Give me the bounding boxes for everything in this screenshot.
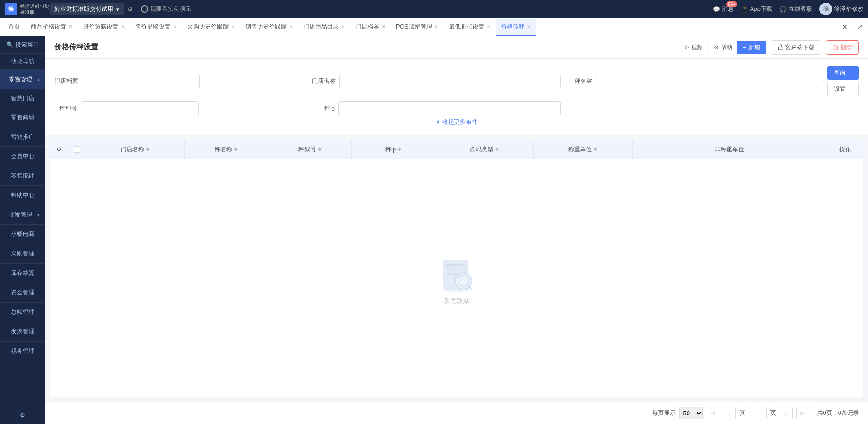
sidebar-item-retail-mall[interactable]: 零售商城 xyxy=(0,108,45,127)
scale-ip-input[interactable] xyxy=(338,101,561,116)
topbar-right: 💬 消息 99+ 📱 App下载 🎧 在线客服 徐 徐泽华修改 xyxy=(713,3,863,15)
user-menu-btn[interactable]: 徐 徐泽华修改 xyxy=(819,3,863,15)
product-select[interactable]: 好业财标准版交付试用 ▾ xyxy=(50,3,124,15)
scale-name-input[interactable] xyxy=(596,74,818,88)
tab-sale-history[interactable]: 销售历史价跟踪 × xyxy=(240,19,298,36)
sort-icon-weight-unit xyxy=(594,147,597,151)
filter-scale-model: 秤型号 xyxy=(54,101,303,116)
filter-row-2: 秤型号 秤ip xyxy=(54,101,859,116)
next-page-btn[interactable]: › xyxy=(780,407,793,419)
sort-icon-store xyxy=(146,147,150,151)
tab-purchase-strategy[interactable]: 进价策略设置 × xyxy=(78,19,130,36)
last-page-btn[interactable]: ⊳ xyxy=(796,407,809,419)
page-word: 算 xyxy=(739,409,745,417)
tab-price-setting[interactable]: 商品价格设置 × xyxy=(25,19,78,36)
video-link[interactable]: ⊙ 视频 xyxy=(684,43,703,52)
tab-purchase-history[interactable]: 采购历史价跟踪 × xyxy=(182,19,240,36)
settings-filter-button[interactable]: 设置 xyxy=(827,82,859,96)
topbar-settings-icon[interactable]: ⚙ xyxy=(127,6,133,13)
tab-close-store-catalog[interactable]: × xyxy=(341,24,345,30)
sidebar-item-smart-store[interactable]: 智慧门店 xyxy=(0,89,45,108)
logo-icon: 畅 xyxy=(5,3,17,15)
col-settings[interactable]: ⚙ xyxy=(50,140,68,159)
delete-button[interactable]: 自 删除 xyxy=(826,40,859,55)
tab-store-catalog[interactable]: 门店商品目录 × xyxy=(298,19,350,36)
help-link[interactable]: ⊙ 帮助 xyxy=(714,43,732,52)
sidebar-item-fund-manage[interactable]: 资金管理 xyxy=(0,283,45,302)
content-area: 价格传秤设置 ⊙ 视频 | ⊙ 帮助 + 新增 凸 客户端下载 自 xyxy=(45,36,868,424)
avatar: 徐 xyxy=(819,3,832,15)
sidebar-item-invoice-manage[interactable]: 发票管理 xyxy=(0,322,45,341)
sort-icon-barcode-type xyxy=(495,147,499,151)
sidebar-section-member: 会员中心 xyxy=(0,147,45,166)
tab-close-price-transfer[interactable]: × xyxy=(527,24,531,30)
prev-page-btn[interactable]: ‹ xyxy=(723,407,736,419)
tab-close-sale-price[interactable]: × xyxy=(173,24,176,30)
tab-store-file[interactable]: 门店档案 × xyxy=(350,19,390,36)
tab-min-discount[interactable]: 最低折扣设置 × xyxy=(444,19,496,36)
collapse-btn[interactable]: ∧ 收起更多条件 xyxy=(54,116,859,128)
online-service-btn[interactable]: 🎧 在线客服 xyxy=(780,5,812,13)
col-checkbox[interactable] xyxy=(68,140,86,159)
sidebar: 🔍 搜索菜单 快捷导航 零售管理 ▲ 智慧门店 零售商城 营销推广 xyxy=(0,36,45,424)
per-page-select[interactable]: 50 20 100 200 xyxy=(679,407,703,419)
tab-home[interactable]: 首页 xyxy=(3,19,25,36)
messages-btn[interactable]: 💬 消息 99+ xyxy=(713,5,734,13)
sidebar-section-tax: 税务管理 xyxy=(0,342,45,361)
store-file-dots[interactable]: ... xyxy=(203,78,215,85)
store-name-input[interactable] xyxy=(339,74,561,88)
sidebar-search[interactable]: 🔍 搜索菜单 xyxy=(0,36,45,54)
sidebar-item-retail-manage[interactable]: 零售管理 ▲ xyxy=(0,70,45,89)
sidebar-quick-nav[interactable]: 快捷导航 xyxy=(0,54,45,70)
message-icon: 💬 xyxy=(713,6,720,13)
filter-row-1: 门店档案 ... 门店名称 秤名称 查询 设置 xyxy=(54,66,859,96)
sidebar-section-inventory: 库存核算 xyxy=(0,264,45,283)
tab-expand-btn[interactable]: ⤢ xyxy=(854,22,865,32)
tab-close-purchase-strategy[interactable]: × xyxy=(121,24,124,30)
tab-close-store-file[interactable]: × xyxy=(382,24,385,30)
tab-close-pos-manage[interactable]: × xyxy=(435,24,438,30)
col-scale-name[interactable]: 秤名称 xyxy=(185,140,268,159)
demo-icon: ○ xyxy=(141,5,148,13)
app-download-btn[interactable]: 📱 App下载 xyxy=(741,5,772,13)
tab-price-transfer[interactable]: 价格传秤 × xyxy=(496,19,536,36)
col-barcode-type[interactable]: 条码类型 xyxy=(435,140,534,159)
tab-sale-price[interactable]: 售价提取设置 × xyxy=(130,19,182,36)
sidebar-item-help-center[interactable]: 帮助中心 xyxy=(0,186,45,205)
tab-close-all-btn[interactable]: ✕ xyxy=(839,22,850,32)
tab-close-purchase-history[interactable]: × xyxy=(231,24,234,30)
col-scale-ip[interactable]: 秤ip xyxy=(352,140,435,159)
empty-icon xyxy=(434,251,479,297)
tab-close-min-discount[interactable]: × xyxy=(487,24,490,30)
store-file-input[interactable] xyxy=(82,74,200,88)
sort-icon-scale-ip xyxy=(398,147,401,151)
scale-ip-label: 秤ip xyxy=(312,105,335,113)
table-header: ⚙ 门店名称 秤名称 秤型号 秤ip xyxy=(50,140,863,159)
sidebar-item-general-ledger[interactable]: 总账管理 xyxy=(0,303,45,322)
sidebar-item-tax-manage[interactable]: 税务管理 xyxy=(0,342,45,361)
sidebar-section-fund: 资金管理 xyxy=(0,283,45,303)
sidebar-settings-btn[interactable]: ⚙ xyxy=(0,406,45,424)
scale-model-input[interactable] xyxy=(81,101,199,116)
sidebar-item-retail-stats[interactable]: 零售统计 xyxy=(0,166,45,185)
sidebar-item-member-center[interactable]: 会员中心 xyxy=(0,147,45,166)
tab-bar-actions: ✕ ⤢ xyxy=(839,22,865,32)
tab-pos-manage[interactable]: POS加密管理 × xyxy=(390,19,443,36)
first-page-btn[interactable]: ⊲ xyxy=(707,407,719,419)
download-button[interactable]: 凸 客户端下载 xyxy=(771,40,822,55)
tab-close-sale-history[interactable]: × xyxy=(289,24,293,30)
query-button[interactable]: 查询 xyxy=(827,66,859,80)
col-store-name[interactable]: 门店名称 xyxy=(86,140,185,159)
sidebar-item-xiaochang-ecom[interactable]: 小畅电商 xyxy=(0,225,45,244)
tab-close-price-setting[interactable]: × xyxy=(69,24,72,30)
col-scale-model[interactable]: 秤型号 xyxy=(268,140,352,159)
sidebar-item-purchase-manage[interactable]: 采购管理 xyxy=(0,244,45,263)
add-button[interactable]: + 新增 xyxy=(737,41,766,54)
sidebar-item-inventory[interactable]: 库存核算 xyxy=(0,264,45,283)
select-all-checkbox[interactable] xyxy=(74,146,80,153)
demo-link[interactable]: ○ 我要看实例演示 xyxy=(141,5,191,13)
sidebar-item-batch-manage[interactable]: 批发管理 ▼ xyxy=(0,205,45,224)
col-weight-unit[interactable]: 称重单位 xyxy=(534,140,632,159)
sidebar-item-marketing[interactable]: 营销推广 xyxy=(0,127,45,146)
page-input[interactable]: 1 xyxy=(749,407,767,419)
